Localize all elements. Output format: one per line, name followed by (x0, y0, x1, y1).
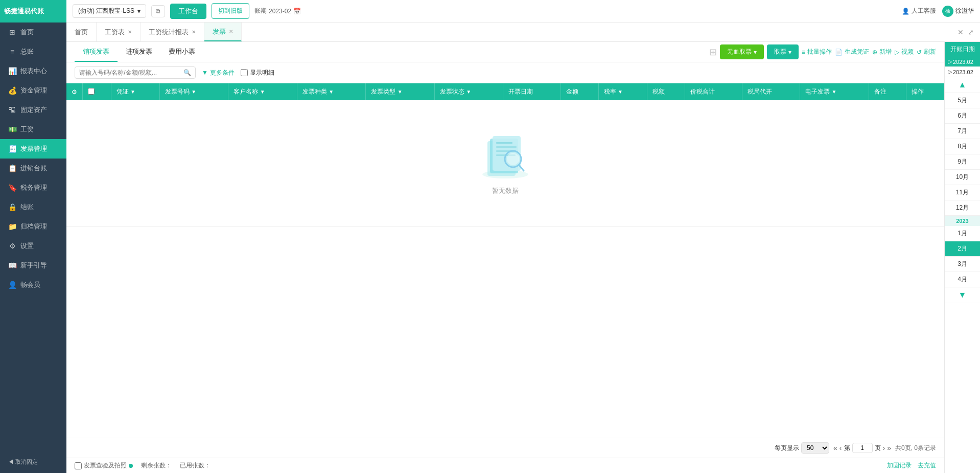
invoice-table: ⚙ 凭证 ▼ 发票号码 ▼ 客户名称 ▼ (66, 83, 944, 227)
batch-ops-button[interactable]: ≡ 批量操作 (802, 48, 832, 56)
date-month-5[interactable]: 5月 (945, 93, 980, 108)
col-customer-name[interactable]: 客户名称 ▼ (228, 83, 297, 100)
more-conditions-button[interactable]: ▼ 更多条件 (202, 69, 235, 77)
col-invoice-type[interactable]: 发票种类 ▼ (297, 83, 366, 100)
tab-close-salary[interactable]: ✕ (128, 29, 132, 35)
col-action[interactable]: 操作 (906, 83, 944, 100)
date-period-secondary[interactable]: ▷ 2023.02 (945, 67, 980, 77)
workbench-button[interactable]: 工作台 (170, 4, 206, 19)
next-page-button[interactable]: › (883, 444, 885, 452)
sidebar-item-settings[interactable]: ⚙ 设置 (0, 236, 66, 256)
search-input[interactable] (79, 69, 181, 76)
sidebar-logo: 畅捷通易代账 (0, 0, 66, 22)
date-month-8[interactable]: 8月 (945, 139, 980, 154)
recharge-link[interactable]: 去充值 (918, 461, 936, 470)
new-button[interactable]: ⊕ 新增 (872, 48, 892, 56)
sidebar-item-tax[interactable]: 🔖 税务管理 (0, 178, 66, 197)
date-2023-month-1[interactable]: 1月 (945, 226, 980, 241)
date-month-7[interactable]: 7月 (945, 124, 980, 139)
date-2023-month-4[interactable]: 4月 (945, 272, 980, 287)
col-invoice-category[interactable]: 发票类型 ▼ (366, 83, 435, 100)
sidebar-item-home[interactable]: ⊞ 首页 (0, 22, 66, 42)
date-2023-month-2[interactable]: 2月 (945, 241, 980, 257)
col-tax-code[interactable]: 税局代开 (742, 83, 800, 100)
sub-tab-expense[interactable]: 费用小票 (160, 42, 203, 62)
tab-salary[interactable]: 工资表 ✕ (97, 22, 141, 41)
invoice-verify-checkbox[interactable] (75, 462, 82, 469)
sidebar-item-closing[interactable]: 🔒 结账 (0, 197, 66, 217)
col-tax[interactable]: 税额 (647, 83, 685, 100)
calendar-icon: 📅 (293, 8, 301, 15)
refresh-button[interactable]: ↺ 刷新 (917, 48, 936, 56)
date-scroll-up[interactable]: ▲ (945, 77, 980, 93)
sales-ledger-icon: 📋 (8, 164, 16, 172)
sub-tab-sales[interactable]: 销项发票 (75, 42, 118, 62)
sidebar-item-member[interactable]: 👤 畅会员 (0, 275, 66, 295)
tab-close-salary-report[interactable]: ✕ (192, 29, 196, 35)
date-month-10[interactable]: 10月 (945, 170, 980, 185)
batch-ops-icon: ≡ (802, 49, 805, 56)
show-detail-checkbox[interactable]: 显示明细 (241, 69, 274, 77)
tab-invoice[interactable]: 发票 ✕ (204, 22, 242, 41)
date-2023-month-3[interactable]: 3月 (945, 257, 980, 272)
col-settings[interactable]: ⚙ (66, 83, 83, 100)
sidebar-item-guide[interactable]: 📖 新手引导 (0, 256, 66, 275)
switch-old-button[interactable]: 切到旧版 (212, 3, 249, 19)
date-month-9[interactable]: 9月 (945, 154, 980, 170)
svg-point-9 (507, 153, 519, 165)
col-invoice-status[interactable]: 发票状态 ▼ (434, 83, 503, 100)
unpin-button[interactable]: ◀ 取消固定 (4, 455, 62, 469)
date-period-active[interactable]: ▷ 2023.02 (945, 57, 980, 67)
sidebar-item-salary[interactable]: 💵 工资 (0, 120, 66, 139)
sidebar-item-reports[interactable]: 📊 报表中心 (0, 61, 66, 81)
sidebar-item-funds[interactable]: 💰 资金管理 (0, 81, 66, 100)
date-month-11[interactable]: 11月 (945, 185, 980, 200)
no-tax-button[interactable]: 无血取票 ▾ (720, 44, 764, 59)
page-size-select: 每页显示 50 10 20 100 (775, 442, 829, 454)
col-invoice-no[interactable]: 发票号码 ▼ (159, 83, 228, 100)
detail-checkbox[interactable] (241, 69, 248, 76)
date-panel-header[interactable]: 开账日期 (945, 42, 980, 57)
tab-home[interactable]: 首页 (66, 22, 97, 41)
sub-tab-purchase[interactable]: 进项发票 (118, 42, 160, 62)
date-month-12[interactable]: 12月 (945, 200, 980, 216)
funds-icon: 💰 (8, 86, 16, 95)
year-2023[interactable]: 2023 (945, 216, 980, 226)
date-scroll-down[interactable]: ▼ (945, 287, 980, 303)
first-page-button[interactable]: « (833, 444, 837, 452)
col-total[interactable]: 价税合计 (685, 83, 742, 100)
date-month-6[interactable]: 6月 (945, 108, 980, 124)
current-page-input[interactable] (852, 443, 873, 453)
maximize-window-icon[interactable]: ⤢ (968, 28, 974, 36)
gen-voucher-button[interactable]: 📄 生成凭证 (835, 48, 869, 56)
get-ticket-button[interactable]: 取票 ▾ (767, 44, 799, 59)
tab-salary-report[interactable]: 工资统计报表 ✕ (141, 22, 204, 41)
charge-record-link[interactable]: 加固记录 (887, 461, 912, 470)
sidebar-item-archive[interactable]: 📁 归档管理 (0, 217, 66, 236)
video-button[interactable]: ▷ 视频 (895, 48, 914, 56)
close-window-icon[interactable]: ✕ (958, 28, 964, 36)
invoice-table-wrap: ⚙ 凭证 ▼ 发票号码 ▼ 客户名称 ▼ (66, 83, 944, 438)
page-size-dropdown[interactable]: 50 10 20 100 (801, 442, 829, 454)
prev-page-button[interactable]: ‹ (839, 444, 842, 452)
tab-close-invoice[interactable]: ✕ (229, 29, 233, 34)
col-checkbox[interactable] (83, 83, 111, 100)
last-page-button[interactable]: » (887, 444, 891, 452)
col-amount[interactable]: 金额 (561, 83, 599, 100)
company-selector[interactable]: (勿动) 江西股宝-LSS ▾ (73, 4, 146, 18)
customer-service-button[interactable]: 👤 人工客服 (902, 7, 936, 15)
col-e-invoice[interactable]: 电子发票 ▼ (800, 83, 869, 100)
sidebar-item-invoice-mgmt[interactable]: 🧾 发票管理 (0, 139, 66, 159)
select-all-checkbox[interactable] (88, 88, 95, 95)
sidebar-item-fixed-assets[interactable]: 🏗 固定资产 (0, 100, 66, 120)
col-open-date[interactable]: 开票日期 (503, 83, 561, 100)
sidebar-item-sales-ledger[interactable]: 📋 进销台账 (0, 159, 66, 178)
col-tax-rate[interactable]: 税率 ▼ (598, 83, 647, 100)
sidebar-item-ledger[interactable]: ≡ 总账 (0, 42, 66, 61)
col-remark[interactable]: 备注 (869, 83, 906, 100)
copy-button[interactable]: ⧉ (151, 5, 165, 17)
col-voucher[interactable]: 凭证 ▼ (111, 83, 159, 100)
user-menu[interactable]: 徐 徐溢华 (942, 6, 974, 17)
grid-view-icon[interactable]: ⊞ (709, 47, 717, 58)
svg-rect-5 (496, 146, 517, 148)
